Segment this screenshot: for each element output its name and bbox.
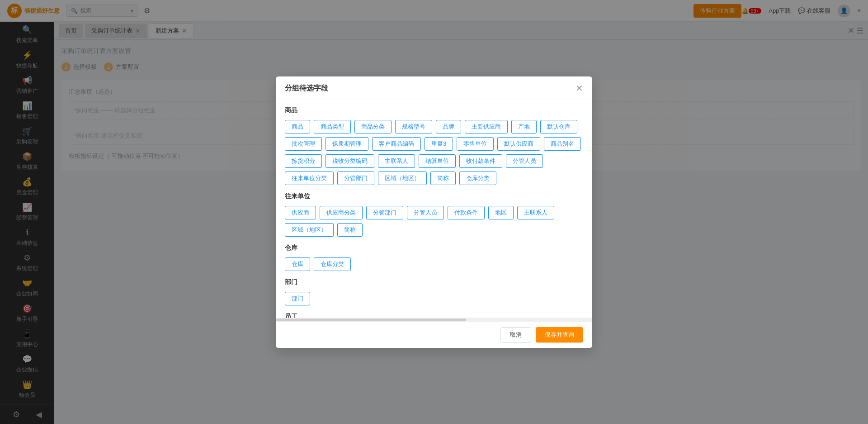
field-tag-partner-4[interactable]: 付款条件	[448, 206, 485, 219]
fields-grid-goods: 商品商品类型商品分类规格型号品牌主要供应商产地默认仓库批次管理保质期管理客户商品…	[285, 120, 583, 185]
cancel-button[interactable]: 取消	[500, 327, 531, 343]
field-tag-partner-8[interactable]: 简称	[337, 223, 363, 237]
modal-horizontal-scrollbar[interactable]	[276, 318, 592, 321]
section-title-goods: 商品	[285, 106, 583, 114]
field-tag-partner-1[interactable]: 供应商分类	[320, 206, 363, 219]
section-title-partner: 往来单位	[285, 192, 583, 200]
field-tag-goods-23[interactable]: 区域（地区）	[378, 172, 427, 185]
field-tag-goods-7[interactable]: 默认仓库	[540, 120, 577, 133]
fields-grid-partner: 供应商供应商分类分管部门分管人员付款条件地区主联系人区域（地区）简称	[285, 206, 583, 237]
section-title-employee: 员工	[285, 313, 583, 318]
field-tag-partner-0[interactable]: 供应商	[285, 206, 316, 219]
field-tag-goods-17[interactable]: 主联系人	[378, 154, 415, 168]
field-tag-goods-6[interactable]: 产地	[511, 120, 537, 133]
field-tag-department-0[interactable]: 部门	[285, 292, 310, 305]
field-tag-goods-4[interactable]: 品牌	[436, 120, 461, 133]
field-tag-goods-15[interactable]: 拣货积分	[285, 154, 322, 168]
field-tag-partner-5[interactable]: 地区	[488, 206, 514, 219]
field-tag-partner-7[interactable]: 区域（地区）	[285, 223, 334, 237]
field-tag-goods-5[interactable]: 主要供应商	[465, 120, 508, 133]
field-tag-goods-10[interactable]: 客户商品编码	[372, 137, 421, 151]
field-tag-goods-16[interactable]: 税收分类编码	[326, 154, 374, 168]
section-title-warehouse: 仓库	[285, 244, 583, 252]
modal-overlay[interactable]: 分组待选字段 ✕ 商品商品商品类型商品分类规格型号品牌主要供应商产地默认仓库批次…	[0, 0, 868, 424]
field-tag-goods-2[interactable]: 商品分类	[354, 120, 392, 133]
field-tag-goods-24[interactable]: 简称	[430, 172, 456, 185]
field-tag-goods-11[interactable]: 重量3	[425, 137, 453, 151]
modal-header: 分组待选字段 ✕	[276, 76, 592, 99]
modal-hscroll-thumb[interactable]	[276, 319, 466, 321]
modal-title: 分组待选字段	[285, 84, 328, 93]
field-tag-goods-20[interactable]: 分管人员	[506, 154, 543, 168]
field-tag-goods-21[interactable]: 往来单位分类	[285, 172, 334, 185]
modal-footer: 取消 保存并查询	[276, 321, 592, 348]
field-tag-goods-19[interactable]: 收付款条件	[459, 154, 502, 168]
field-tag-goods-1[interactable]: 商品类型	[314, 120, 351, 133]
field-tag-goods-22[interactable]: 分管部门	[337, 172, 374, 185]
modal-close-button[interactable]: ✕	[576, 84, 583, 93]
fields-grid-department: 部门	[285, 292, 583, 305]
field-tag-partner-2[interactable]: 分管部门	[366, 206, 403, 219]
fields-grid-warehouse: 仓库仓库分类	[285, 257, 583, 271]
field-tag-partner-3[interactable]: 分管人员	[407, 206, 444, 219]
field-tag-partner-6[interactable]: 主联系人	[517, 206, 554, 219]
field-tag-goods-8[interactable]: 批次管理	[285, 137, 322, 151]
modal-dialog: 分组待选字段 ✕ 商品商品商品类型商品分类规格型号品牌主要供应商产地默认仓库批次…	[276, 76, 592, 348]
section-title-department: 部门	[285, 278, 583, 286]
field-tag-goods-13[interactable]: 默认供应商	[497, 137, 540, 151]
field-tag-warehouse-1[interactable]: 仓库分类	[314, 257, 351, 271]
field-tag-goods-9[interactable]: 保质期管理	[326, 137, 368, 151]
field-tag-goods-3[interactable]: 规格型号	[395, 120, 432, 133]
modal-body: 商品商品商品类型商品分类规格型号品牌主要供应商产地默认仓库批次管理保质期管理客户…	[276, 99, 592, 318]
field-tag-goods-14[interactable]: 商品别名	[544, 137, 581, 151]
field-tag-goods-12[interactable]: 零售单位	[457, 137, 494, 151]
field-tag-goods-18[interactable]: 结算单位	[419, 154, 456, 168]
confirm-button[interactable]: 保存并查询	[536, 327, 583, 343]
field-tag-goods-25[interactable]: 仓库分类	[459, 172, 496, 185]
field-tag-warehouse-0[interactable]: 仓库	[285, 257, 310, 271]
field-tag-goods-0[interactable]: 商品	[285, 120, 310, 133]
